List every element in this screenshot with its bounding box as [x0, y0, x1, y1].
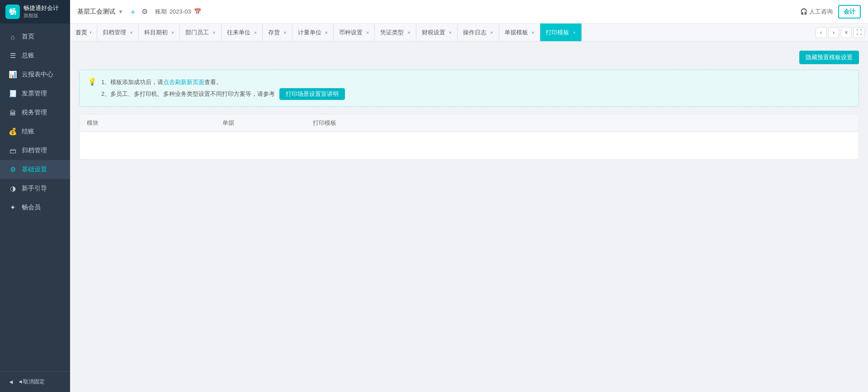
archive-icon: 🗃: [8, 147, 17, 155]
print-template-table: 模块 单据 打印模板: [79, 114, 859, 160]
settings-icon: ⚙: [8, 165, 17, 174]
sidebar-item-home[interactable]: ⌂ 首页: [0, 27, 70, 46]
tab-close-icon[interactable]: ×: [254, 30, 257, 35]
add-company-button[interactable]: ＋: [129, 6, 137, 17]
sidebar-item-label: 发票管理: [22, 90, 47, 98]
tab-close-icon[interactable]: ×: [366, 30, 369, 35]
period-value: 2023-03: [170, 8, 191, 15]
sidebar-item-member[interactable]: ✦ 畅会员: [0, 198, 70, 217]
logo-icon: 畅: [5, 5, 20, 19]
info-line2: 2、多员工、多打印机、多种业务类型设置不同打印方案等，请参考 打印场景设置宣讲明: [101, 88, 345, 100]
tab-printtemplate[interactable]: 打印模板 ×: [540, 24, 581, 41]
tab-subject[interactable]: 科目期初 ×: [139, 24, 180, 41]
column-header-template: 打印模板: [313, 119, 851, 127]
topbar-right: 🎧 人工咨询 会计: [800, 5, 861, 19]
tab-home[interactable]: 首页 ‹: [70, 24, 97, 41]
tab-nav-left-icon: ‹: [90, 30, 91, 35]
main-area: 基层工会测试 ▼ ＋ ⚙ 账期 2023-03 📅 🎧 人工咨询 会计 首页 ‹…: [70, 0, 868, 392]
sidebar-item-label: 税务管理: [22, 109, 47, 117]
tab-close-icon[interactable]: ×: [212, 30, 215, 35]
tab-archive-label: 归档管理: [103, 28, 126, 37]
refresh-link[interactable]: 点击刷新新页面: [163, 79, 204, 85]
tab-singledoc[interactable]: 单据模板 ×: [499, 24, 540, 41]
tab-inventory[interactable]: 存货 ×: [263, 24, 292, 41]
info-box: 💡 1、模板添加成功后，请点击刷新新页面查看。 2、多员工、多打印机、多种业务类…: [79, 70, 859, 107]
tab-dept-label: 部门员工: [185, 28, 209, 37]
sidebar-item-settings[interactable]: ⚙ 基础设置: [0, 160, 70, 179]
tab-close-icon[interactable]: ×: [171, 30, 174, 35]
sidebar-item-ledger[interactable]: ☰ 总账: [0, 46, 70, 65]
tab-currency-label: 币种设置: [339, 28, 363, 37]
tab-unit[interactable]: 计量单位 ×: [292, 24, 334, 41]
column-header-module: 模块: [87, 119, 222, 127]
sidebar-item-report[interactable]: 📊 云报表中心: [0, 65, 70, 84]
period-display: 账期 2023-03 📅: [155, 8, 201, 16]
sidebar-item-label: 畅会员: [22, 203, 41, 212]
sidebar-item-label: 新手引导: [22, 184, 47, 193]
content-area: 隐藏预置模板设置 💡 1、模板添加成功后，请点击刷新新页面查看。 2、多员工、多…: [70, 42, 868, 392]
tab-voucher[interactable]: 凭证类型 ×: [375, 24, 416, 41]
tab-voucher-label: 凭证类型: [380, 28, 404, 37]
tab-close-icon[interactable]: ×: [532, 30, 534, 35]
tab-scroll-right-button[interactable]: ›: [828, 27, 839, 38]
column-header-voucher: 单据: [222, 119, 313, 127]
topbar: 基层工会测试 ▼ ＋ ⚙ 账期 2023-03 📅 🎧 人工咨询 会计: [70, 0, 868, 24]
logo-text: 畅捷通好会计 旗舰版: [24, 5, 59, 19]
tab-fullscreen-button[interactable]: ⛶: [854, 27, 864, 38]
calendar-icon[interactable]: 📅: [194, 8, 201, 15]
member-icon: ✦: [8, 203, 17, 212]
tab-singledoc-label: 单据模板: [505, 28, 528, 37]
tab-partner[interactable]: 往来单位 ×: [222, 24, 263, 41]
home-icon: ⌂: [8, 33, 17, 41]
tab-close-icon[interactable]: ×: [407, 30, 410, 35]
service-button[interactable]: 🎧 人工咨询: [800, 8, 833, 16]
sidebar-item-tax[interactable]: 🏛 税务管理: [0, 103, 70, 122]
sidebar: 畅 畅捷通好会计 旗舰版 ⌂ 首页 ☰ 总账 📊 云报表中心 🧾 发票管理 🏛 …: [0, 0, 70, 392]
sidebar-item-label: 云报表中心: [22, 71, 53, 79]
tab-inventory-label: 存货: [268, 28, 280, 37]
tab-currency[interactable]: 币种设置 ×: [334, 24, 375, 41]
sidebar-item-label: 总账: [22, 52, 34, 60]
tab-close-icon[interactable]: ×: [573, 30, 576, 35]
pin-icon: ◄: [8, 378, 14, 385]
tab-dept[interactable]: 部门员工 ×: [180, 24, 221, 41]
tab-close-icon[interactable]: ×: [449, 30, 452, 35]
tabbar: 首页 ‹ 归档管理 × 科目期初 × 部门员工 × 往来单位 × 存货 × 计量…: [70, 24, 868, 42]
edition-label: 旗舰版: [24, 12, 59, 19]
period-label: 账期: [155, 8, 167, 16]
guide-icon: ◑: [8, 184, 17, 193]
tab-partner-label: 往来单位: [227, 28, 250, 37]
sidebar-item-checkout[interactable]: 💰 结账: [0, 122, 70, 141]
role-button[interactable]: 会计: [838, 5, 861, 19]
tab-scroll-left-button[interactable]: ‹: [816, 27, 826, 38]
company-selector[interactable]: 基层工会测试 ▼: [77, 8, 123, 16]
sidebar-item-invoice[interactable]: 🧾 发票管理: [0, 84, 70, 103]
unpin-label: ◄取消固定: [18, 378, 45, 386]
tab-taxset[interactable]: 财税设置 ×: [416, 24, 458, 41]
info-line1: 1、模板添加成功后，请点击刷新新页面查看。: [101, 76, 345, 88]
tab-close-icon[interactable]: ×: [130, 30, 132, 35]
sidebar-item-label: 归档管理: [22, 146, 47, 155]
sidebar-unpin[interactable]: ◄ ◄取消固定: [0, 371, 70, 392]
invoice-icon: 🧾: [8, 90, 17, 98]
tax-icon: 🏛: [8, 109, 17, 117]
company-settings-icon[interactable]: ⚙: [142, 7, 148, 16]
tabbar-actions: ‹ › × ⛶: [812, 27, 868, 38]
sidebar-item-guide[interactable]: ◑ 新手引导: [0, 179, 70, 198]
print-scene-button[interactable]: 打印场景设置宣讲明: [279, 88, 345, 100]
tab-archive[interactable]: 归档管理 ×: [97, 24, 138, 41]
bulb-icon: 💡: [88, 77, 97, 86]
tab-home-label: 首页: [75, 28, 87, 37]
service-label: 人工咨询: [809, 8, 833, 16]
tab-close-icon[interactable]: ×: [325, 30, 328, 35]
sidebar-item-label: 结账: [22, 128, 34, 136]
table-body: [80, 132, 859, 159]
tab-oplog[interactable]: 操作日志 ×: [458, 24, 499, 41]
sidebar-item-label: 首页: [22, 33, 34, 41]
sidebar-item-archive[interactable]: 🗃 归档管理: [0, 141, 70, 160]
hide-template-section: 隐藏预置模板设置: [79, 51, 859, 64]
tab-close-icon[interactable]: ×: [490, 30, 493, 35]
hide-template-button[interactable]: 隐藏预置模板设置: [799, 51, 859, 64]
tab-close-all-button[interactable]: ×: [841, 27, 852, 38]
tab-close-icon[interactable]: ×: [283, 30, 286, 35]
